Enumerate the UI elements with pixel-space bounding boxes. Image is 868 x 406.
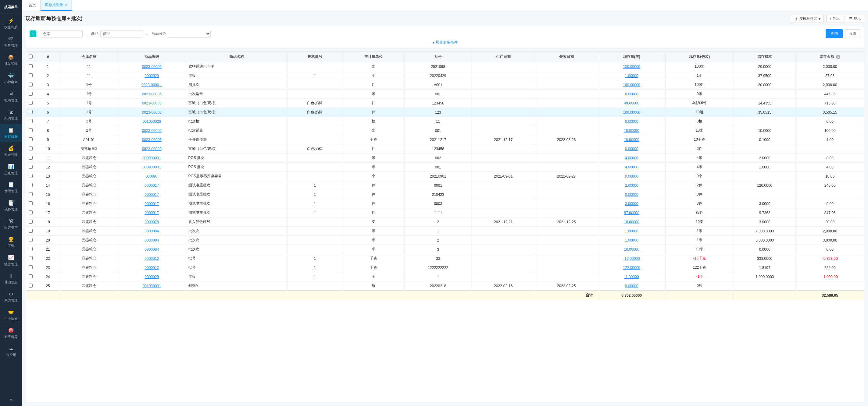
- warehouse-input[interactable]: [40, 30, 83, 37]
- goods-code-link[interactable]: 0000078: [145, 220, 159, 224]
- qty-link[interactable]: 4.00000: [625, 165, 638, 169]
- row-checkbox[interactable]: [29, 256, 33, 260]
- row-checkbox-cell[interactable]: [26, 135, 36, 144]
- row-checkbox[interactable]: [29, 201, 33, 205]
- th-unit-cost[interactable]: 结存成本: [734, 52, 796, 62]
- th-total-cost[interactable]: 结存金额 ①: [796, 52, 864, 62]
- qty-link[interactable]: 10.00000: [624, 247, 639, 251]
- row-checkbox-cell[interactable]: [26, 254, 36, 263]
- row-checkbox[interactable]: [29, 174, 33, 178]
- sidebar-item-fixed-assets[interactable]: 🏗 固定资产: [0, 215, 22, 233]
- goods-code-link[interactable]: 0000029: [145, 74, 159, 78]
- qty-link[interactable]: 4.00000: [625, 156, 638, 160]
- sidebar-item-inventory[interactable]: 📋 库存核账: [0, 124, 22, 142]
- goods-code-link[interactable]: 0023-0000...: [142, 83, 162, 87]
- filter-expand-icon[interactable]: ›: [30, 30, 36, 37]
- goods-code-link[interactable]: 0000012: [145, 266, 159, 270]
- settings-button[interactable]: 设置: [845, 29, 860, 38]
- row-checkbox-cell[interactable]: [26, 71, 36, 80]
- goods-code-link[interactable]: 0000012: [145, 257, 159, 261]
- row-checkbox-cell[interactable]: [26, 90, 36, 99]
- row-checkbox[interactable]: [29, 101, 33, 105]
- goods-code-link[interactable]: 0023-00005: [142, 129, 162, 133]
- goods-code-link[interactable]: 0000029: [145, 275, 159, 279]
- goods-code-link[interactable]: 001000031: [143, 284, 161, 288]
- row-checkbox-cell[interactable]: [26, 217, 36, 227]
- goods-code-link[interactable]: 000097: [146, 174, 158, 178]
- qty-link[interactable]: 1.00000: [625, 229, 638, 233]
- qty-link[interactable]: -16.00000: [623, 257, 640, 261]
- sidebar-item-corp[interactable]: 🤝 企业协同: [0, 306, 22, 325]
- sidebar-item-summary[interactable]: 📊 总账管理: [0, 160, 22, 178]
- expand-more-btn[interactable]: ▾ 展开更多条件: [30, 40, 860, 45]
- th-goods-code[interactable]: 商品编码: [118, 52, 186, 62]
- row-checkbox[interactable]: [29, 73, 33, 77]
- row-checkbox-cell[interactable]: [26, 117, 36, 126]
- goods-code-link[interactable]: 0023-00008: [142, 110, 162, 114]
- sidebar-logo[interactable]: 搜索菜单: [0, 2, 22, 13]
- row-checkbox-cell[interactable]: [26, 199, 36, 208]
- th-prod-date[interactable]: 生产日期: [472, 52, 535, 62]
- sidebar-item-assets[interactable]: 💰 资金管理: [0, 142, 22, 160]
- row-checkbox-cell[interactable]: [26, 272, 36, 281]
- row-checkbox-cell[interactable]: [26, 62, 36, 71]
- select-all-checkbox[interactable]: [29, 55, 33, 59]
- query-button[interactable]: 查询: [826, 29, 843, 38]
- sidebar-item-retail[interactable]: 🛒 零售管理: [0, 33, 22, 51]
- help-icon[interactable]: ①: [836, 55, 840, 59]
- sidebar-item-hr[interactable]: 👷 工资: [0, 233, 22, 251]
- row-checkbox[interactable]: [29, 274, 33, 278]
- goods-code-link[interactable]: 001000026: [143, 120, 161, 124]
- row-checkbox[interactable]: [29, 156, 33, 160]
- tab-close-icon[interactable]: ✕: [65, 3, 68, 7]
- th-goods-name[interactable]: 商品名称: [186, 52, 287, 62]
- tab-inventory-batch[interactable]: 库存批次量 ✕: [40, 0, 72, 11]
- qty-link[interactable]: 0.00000: [625, 147, 638, 151]
- sidebar-item-purchase[interactable]: 🛍 采购管理: [0, 106, 22, 124]
- sidebar-item-invoice[interactable]: 🧾 发票管理: [0, 178, 22, 197]
- row-checkbox[interactable]: [29, 119, 33, 123]
- row-checkbox[interactable]: [29, 64, 33, 68]
- row-checkbox-cell[interactable]: [26, 163, 36, 172]
- goods-code-link[interactable]: 0023-00005: [142, 92, 162, 96]
- qty-link[interactable]: 10.00000: [624, 129, 639, 133]
- goods-code-link[interactable]: 0000017: [145, 202, 159, 206]
- row-checkbox-cell[interactable]: [26, 236, 36, 245]
- qty-link[interactable]: 122.00000: [623, 266, 640, 270]
- row-checkbox-cell[interactable]: [26, 281, 36, 291]
- row-checkbox[interactable]: [29, 110, 33, 114]
- th-qty-aux[interactable]: 现存量(包装): [665, 52, 734, 62]
- th-warehouse[interactable]: 仓库名称: [60, 52, 118, 62]
- qty-link[interactable]: 49.60000: [624, 101, 639, 105]
- sidebar-item-quick-nav[interactable]: ⚡ 快捷导航: [0, 14, 22, 33]
- category-select[interactable]: [168, 30, 211, 38]
- th-batch[interactable]: 批号: [404, 52, 472, 62]
- print-button[interactable]: 🖨 按模板打印 ▾: [791, 14, 824, 23]
- goods-code-link[interactable]: 0023-00009: [142, 65, 162, 69]
- goods-code-link[interactable]: 0023-00005: [142, 138, 162, 142]
- goods-code-link[interactable]: 000900001: [143, 165, 161, 169]
- th-spec[interactable]: 规格型号: [287, 52, 342, 62]
- sidebar-item-basic[interactable]: ℹ 基础信息: [0, 270, 22, 288]
- row-checkbox-cell[interactable]: [26, 208, 36, 217]
- row-checkbox[interactable]: [29, 210, 33, 214]
- row-checkbox-cell[interactable]: [26, 181, 36, 190]
- row-checkbox-cell[interactable]: [26, 172, 36, 181]
- goods-code-link[interactable]: 000900001: [143, 156, 161, 160]
- row-checkbox[interactable]: [29, 283, 33, 287]
- row-checkbox[interactable]: [29, 219, 33, 224]
- row-checkbox[interactable]: [29, 137, 33, 141]
- sidebar-settings[interactable]: ⚙: [0, 395, 22, 406]
- qty-link[interactable]: 10.00000: [624, 138, 639, 142]
- qty-link[interactable]: 1.00000: [625, 238, 638, 242]
- th-checkbox[interactable]: [26, 52, 36, 62]
- goods-code-link[interactable]: 0023-00008: [142, 147, 162, 151]
- goods-code-link[interactable]: 0000084: [145, 247, 159, 251]
- row-checkbox-cell[interactable]: [26, 99, 36, 108]
- qty-link[interactable]: 10.00000: [624, 220, 639, 224]
- sidebar-item-wholesale[interactable]: 📦 批发管理: [0, 51, 22, 69]
- row-checkbox-cell[interactable]: [26, 227, 36, 236]
- row-checkbox-cell[interactable]: [26, 108, 36, 117]
- sidebar-item-tax[interactable]: 📑 税务管理: [0, 197, 22, 215]
- tab-home[interactable]: 首页: [24, 0, 40, 11]
